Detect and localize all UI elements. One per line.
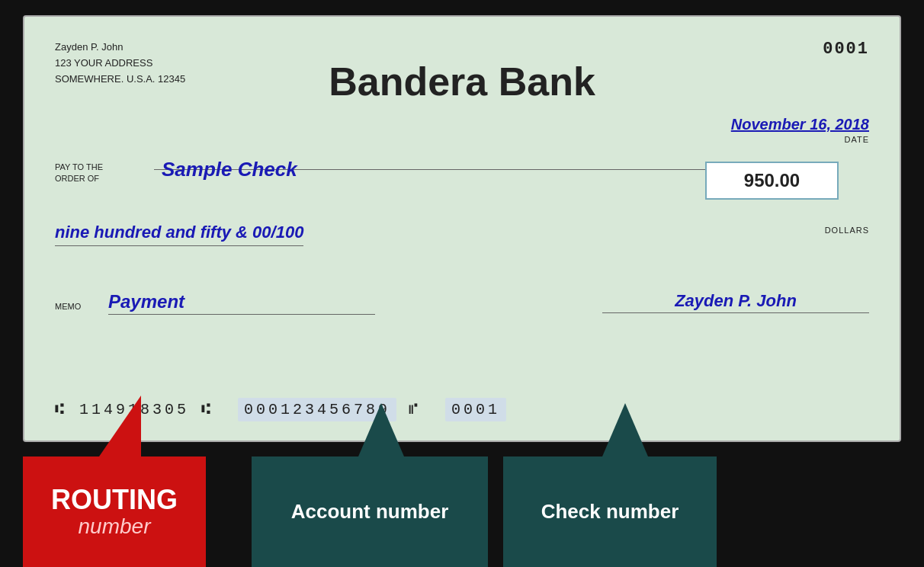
- sender-name: Zayden P. John: [55, 40, 185, 56]
- micr-routing-end: ⑆: [189, 401, 238, 418]
- sender-address2: SOMEWHERE. U.S.A. 12345: [55, 72, 185, 88]
- check-number-top: 0001: [823, 40, 869, 59]
- sender-info: Zayden P. John 123 YOUR ADDRESS SOMEWHER…: [55, 40, 185, 87]
- check-number-badge: Check number: [503, 456, 717, 567]
- payee-name: Sample Check: [162, 158, 297, 181]
- micr-routing-start: ⑆: [55, 401, 79, 418]
- memo-value: Payment: [108, 291, 375, 315]
- pay-to-label: PAY TO THE ORDER OF: [55, 162, 103, 185]
- routing-label-top: ROUTING: [51, 485, 178, 515]
- account-number-label: Account number: [291, 500, 449, 524]
- date-value: November 16, 2018: [731, 116, 869, 133]
- signature: Zayden P. John: [602, 291, 869, 313]
- bank-name: Bandera Bank: [329, 59, 595, 104]
- date-section: November 16, 2018 DATE: [731, 116, 869, 144]
- amount-words-section: nine hundred and fifty & 00/100 DOLLARS: [55, 223, 869, 246]
- routing-label-bottom: number: [79, 514, 151, 539]
- micr-check-number-micr: 0001: [445, 398, 506, 421]
- sender-address1: 123 YOUR ADDRESS: [55, 56, 185, 72]
- amount-words: nine hundred and fifty & 00/100: [55, 223, 303, 246]
- routing-badge: ROUTING number: [23, 456, 206, 567]
- dollars-label: DOLLARS: [825, 226, 869, 235]
- account-number-arrow: [358, 403, 404, 456]
- date-label: DATE: [731, 135, 869, 144]
- check-number-label: Check number: [541, 500, 679, 524]
- check-number-arrow: [602, 403, 648, 456]
- check: 0001 Zayden P. John 123 YOUR ADDRESS SOM…: [23, 15, 901, 442]
- routing-arrow: [99, 396, 141, 456]
- account-number-badge: Account number: [252, 456, 488, 567]
- memo-label: MEMO: [55, 302, 81, 311]
- amount-box: 950.00: [705, 162, 839, 200]
- micr-line: ⑆ 114918305 ⑆ 000123456789 ⑈ 0001: [55, 398, 869, 421]
